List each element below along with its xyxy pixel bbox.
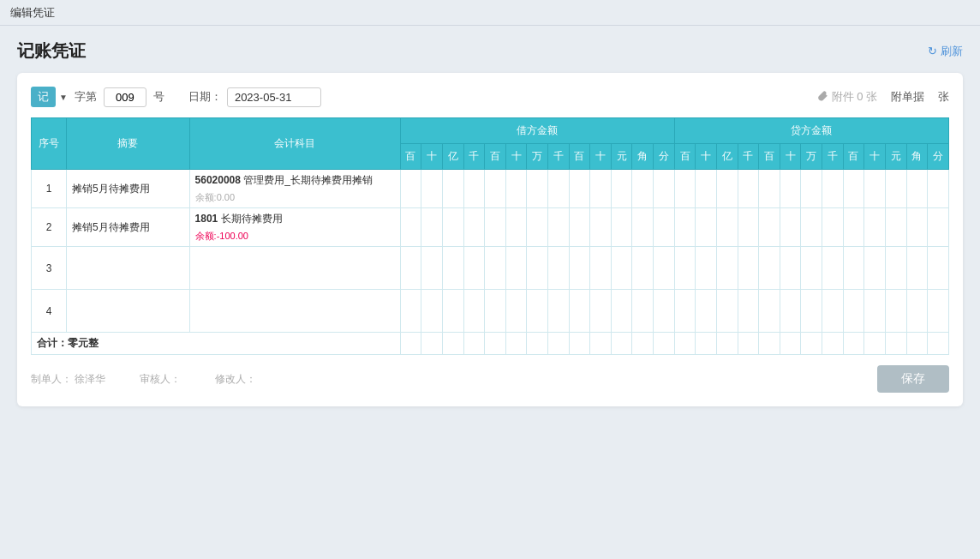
- th-debit: 借方金额: [400, 118, 674, 144]
- th-c-bai0: 百: [843, 144, 864, 170]
- row2-c6[interactable]: [780, 208, 801, 247]
- row1-d1[interactable]: [400, 170, 421, 208]
- row1-c8[interactable]: [822, 170, 844, 208]
- total-label: 合计：零元整: [32, 333, 401, 355]
- th-c-yuan: 元: [885, 144, 906, 170]
- row3-c1[interactable]: [674, 247, 696, 290]
- row2-c12[interactable]: [906, 208, 928, 247]
- row1-d5[interactable]: [485, 170, 506, 208]
- row2-d9[interactable]: [569, 208, 590, 247]
- th-c-qian1: 千: [738, 144, 759, 170]
- date-section: 日期：: [188, 87, 321, 107]
- total-row: 合计：零元整: [32, 333, 949, 355]
- row1-d12[interactable]: [632, 170, 654, 208]
- refresh-button[interactable]: ↻ 刷新: [928, 44, 963, 59]
- voucher-table: 序号 摘要 会计科目 借方金额 贷方金额 百 十 亿 千 百 十 万: [31, 117, 949, 355]
- row3-summary[interactable]: [67, 247, 190, 290]
- row2-d11[interactable]: [611, 208, 632, 247]
- th-d-wan: 万: [527, 144, 548, 170]
- toolbar: 记 ▼ 字第 号 日期： 附件 0 张 附单据 张: [31, 87, 949, 107]
- row2-d8[interactable]: [547, 208, 569, 247]
- row1-subject-text: 56020008 管理费用_长期待摊费用摊销: [195, 173, 395, 188]
- row1-subject[interactable]: 56020008 管理费用_长期待摊费用摊销 余额:0.00: [189, 170, 400, 208]
- row1-d11[interactable]: [611, 170, 632, 208]
- main-content: 记账凭证 ↻ 刷新 记 ▼ 字第 号 日期： 附件 0 张: [0, 26, 980, 559]
- row2-c5[interactable]: [759, 208, 780, 247]
- row2-d3[interactable]: [442, 208, 463, 247]
- row2-c7[interactable]: [801, 208, 822, 247]
- th-d-bai1: 百: [485, 144, 506, 170]
- row2-seq: 2: [32, 208, 67, 247]
- row1-d2[interactable]: [421, 170, 443, 208]
- th-c-wan: 万: [801, 144, 822, 170]
- row2-c9[interactable]: [843, 208, 864, 247]
- voucher-type-dropdown[interactable]: ▼: [59, 93, 68, 102]
- row2-d5[interactable]: [485, 208, 506, 247]
- th-d-bai2: 百: [400, 144, 421, 170]
- footer: 制单人： 徐泽华 审核人： 修改人： 保存: [31, 365, 949, 393]
- row2-c13[interactable]: [928, 208, 949, 247]
- row4-summary[interactable]: [67, 290, 190, 333]
- attach-label: 附件 0 张: [832, 89, 877, 105]
- row1-c9[interactable]: [843, 170, 864, 208]
- row1-d10[interactable]: [590, 170, 612, 208]
- row1-c13[interactable]: [928, 170, 949, 208]
- row1-c7[interactable]: [801, 170, 822, 208]
- fujidan-link[interactable]: 附单据: [891, 89, 924, 105]
- paperclip-icon: [817, 91, 829, 103]
- row2-d13[interactable]: [654, 208, 675, 247]
- row1-c3[interactable]: [717, 170, 738, 208]
- row1-c1[interactable]: [674, 170, 696, 208]
- th-d-shi2: 十: [421, 144, 443, 170]
- row3-subject[interactable]: [189, 247, 400, 290]
- voucher-type-label: 记: [31, 87, 56, 107]
- row2-subject[interactable]: 1801 长期待摊费用 余额:-100.00: [189, 208, 400, 247]
- row1-d6[interactable]: [505, 170, 527, 208]
- date-input[interactable]: [227, 87, 321, 107]
- row1-c12[interactable]: [906, 170, 928, 208]
- row3-d1[interactable]: [400, 247, 421, 290]
- row1-d8[interactable]: [547, 170, 569, 208]
- row2-d6[interactable]: [505, 208, 527, 247]
- row2-d2[interactable]: [421, 208, 443, 247]
- row1-c4[interactable]: [738, 170, 759, 208]
- row2-d10[interactable]: [590, 208, 612, 247]
- row2-d7[interactable]: [527, 208, 548, 247]
- row2-c3[interactable]: [717, 208, 738, 247]
- voucher-type-selector[interactable]: 记 ▼: [31, 87, 68, 107]
- row1-c11[interactable]: [885, 170, 906, 208]
- row2-c1[interactable]: [674, 208, 696, 247]
- table-row: 1 摊销5月待摊费用 56020008 管理费用_长期待摊费用摊销 余额:0.0…: [32, 170, 949, 208]
- row2-c10[interactable]: [864, 208, 886, 247]
- row1-d9[interactable]: [569, 170, 590, 208]
- row2-d12[interactable]: [632, 208, 654, 247]
- row1-c6[interactable]: [780, 170, 801, 208]
- row2-c4[interactable]: [738, 208, 759, 247]
- row2-d1[interactable]: [400, 208, 421, 247]
- row2-summary[interactable]: 摊销5月待摊费用: [67, 208, 190, 247]
- table-row: 2 摊销5月待摊费用 1801 长期待摊费用 余额:-100.00: [32, 208, 949, 247]
- save-button[interactable]: 保存: [877, 365, 949, 393]
- row1-c2[interactable]: [696, 170, 717, 208]
- row1-d13[interactable]: [654, 170, 675, 208]
- row1-balance: 余额:0.00: [195, 191, 395, 204]
- row2-subject-text: 1801 长期待摊费用: [195, 212, 395, 226]
- row2-balance: 余额:-100.00: [195, 230, 395, 243]
- row2-c2[interactable]: [696, 208, 717, 247]
- row4-subject[interactable]: [189, 290, 400, 333]
- attach-link[interactable]: 附件 0 张: [817, 89, 877, 105]
- row2-c11[interactable]: [885, 208, 906, 247]
- row2-c8[interactable]: [822, 208, 844, 247]
- row1-c10[interactable]: [864, 170, 886, 208]
- th-c-qian0: 千: [822, 144, 844, 170]
- voucher-number-input[interactable]: [104, 87, 146, 107]
- zi-di-label: 字第: [75, 89, 97, 105]
- row1-d3[interactable]: [442, 170, 463, 208]
- date-label: 日期：: [188, 89, 222, 105]
- row2-d4[interactable]: [463, 208, 485, 247]
- creator-label: 制单人： 徐泽华: [31, 372, 105, 387]
- row1-c5[interactable]: [759, 170, 780, 208]
- row1-summary[interactable]: 摊销5月待摊费用: [67, 170, 190, 208]
- row1-d4[interactable]: [463, 170, 485, 208]
- row1-d7[interactable]: [527, 170, 548, 208]
